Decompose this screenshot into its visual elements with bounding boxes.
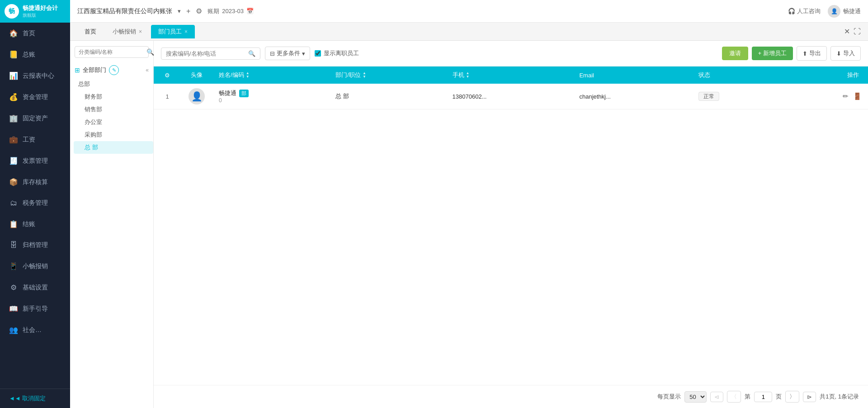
tab-dept-label: 部门员工 (158, 28, 182, 36)
sidebar-item-reports[interactable]: 📊 云报表中心 (0, 65, 70, 86)
dept-headquarters[interactable]: 总 部 (74, 141, 153, 154)
col-phone[interactable]: 手机 ▲▼ (446, 66, 573, 84)
calendar-icon[interactable]: 📅 (246, 8, 254, 14)
dept-edit-button[interactable]: ✎ (109, 65, 119, 75)
export-icon: ⬆ (802, 50, 807, 57)
filter-button[interactable]: ⊟ 更多条件 ▾ (265, 47, 310, 60)
name-sort-icon[interactable]: ▲▼ (246, 71, 250, 79)
user-menu[interactable]: 👤 畅捷通 (828, 5, 861, 18)
company-settings-icon[interactable]: ⚙ (196, 7, 202, 15)
tab-home[interactable]: 首页 (77, 25, 104, 38)
sidebar-item-expense[interactable]: 📱 小畅报销 (0, 256, 70, 277)
table-row: 1 👤 畅捷通 部 0 总 部 (154, 84, 868, 109)
page-number-input[interactable] (754, 392, 772, 402)
company-dropdown-icon[interactable]: ▾ (178, 8, 181, 14)
sidebar-pin-toggle[interactable]: ◄◄ 取消固定 (0, 389, 70, 408)
period-value[interactable]: 2023-03 (222, 8, 244, 14)
phone-sort-icon[interactable]: ▲▼ (466, 71, 470, 79)
export-button[interactable]: ⬆ 导出 (797, 46, 827, 61)
dept-purchase[interactable]: 采购部 (74, 128, 153, 141)
tab-expand-button[interactable]: ⛶ (854, 27, 861, 36)
dept-search-input[interactable] (79, 49, 146, 55)
import-icon: ⬇ (836, 50, 841, 57)
sidebar-item-invoice[interactable]: 🧾 发票管理 (0, 150, 70, 171)
service-button[interactable]: 🎧 人工咨询 (788, 7, 821, 15)
employee-avatar: 👤 (189, 88, 205, 104)
tab-close-all-button[interactable]: ✕ (844, 27, 850, 36)
dept-search-box[interactable]: 🔍 (75, 46, 149, 58)
tab-expense-close[interactable]: × (139, 28, 142, 35)
closing-icon: 📋 (9, 220, 18, 228)
sidebar-item-settings[interactable]: ⚙ 基础设置 (0, 277, 70, 298)
sidebar-item-label: 首页 (23, 29, 35, 38)
add-employee-button[interactable]: + 新增员工 (752, 47, 793, 60)
prev-page-button[interactable]: 〈 (727, 391, 741, 403)
dept-finance[interactable]: 财务部 (74, 90, 153, 103)
sidebar-item-archive[interactable]: 🗄 归档管理 (0, 235, 70, 256)
toolbar-right-actions: 邀请 + 新增员工 ⬆ 导出 ⬇ 导入 (722, 46, 861, 61)
avatar-icon: 👤 (831, 8, 838, 14)
guide-icon: 📖 (9, 304, 18, 313)
sidebar-item-funds[interactable]: 💰 资金管理 (0, 86, 70, 108)
sidebar-item-label: 税务管理 (23, 199, 48, 207)
tab-actions: ✕ ⛶ (844, 27, 861, 36)
settings-gear-icon[interactable]: ⚙ (165, 72, 170, 79)
invite-button[interactable]: 邀请 (722, 47, 748, 60)
avatar: 👤 (828, 5, 840, 18)
sidebar-item-home[interactable]: 🏠 首页 (0, 23, 70, 44)
employee-search-icon[interactable]: 🔍 (248, 50, 255, 57)
edit-action-icon[interactable]: ✏ (843, 92, 849, 100)
salary-icon: 💼 (9, 135, 18, 144)
show-resigned-label: 显示离职员工 (324, 49, 359, 57)
home-icon: 🏠 (9, 29, 18, 38)
sidebar-item-ledger[interactable]: 📒 总账 (0, 44, 70, 65)
per-page-label: 每页显示 (657, 393, 681, 401)
tab-dept-close[interactable]: × (184, 28, 188, 35)
export-label: 导出 (809, 49, 821, 57)
dept-sales[interactable]: 销售部 (74, 103, 153, 116)
assets-icon: 🏢 (9, 114, 18, 123)
tab-dept-employee[interactable]: 部门员工 × (151, 25, 195, 38)
dept-search-icon[interactable]: 🔍 (146, 48, 154, 56)
sidebar-item-label: 云报表中心 (23, 72, 54, 80)
sidebar-item-assets[interactable]: 🏢 固定资产 (0, 108, 70, 129)
tax-icon: 🗂 (9, 199, 18, 207)
tab-expense[interactable]: 小畅报销 × (105, 25, 149, 38)
show-resigned-checkbox-label[interactable]: 显示离职员工 (315, 49, 359, 57)
logo-icon: 畅 (5, 4, 19, 19)
sidebar-item-tax[interactable]: 🗂 税务管理 (0, 193, 70, 213)
employee-search-input[interactable] (166, 50, 245, 57)
sidebar-item-guide[interactable]: 📖 新手引导 (0, 298, 70, 319)
col-dept[interactable]: 部门/职位 ▲▼ (329, 66, 446, 84)
dept-office[interactable]: 办公室 (74, 116, 153, 128)
sidebar-item-social[interactable]: 👥 社会… (0, 319, 70, 341)
invoice-icon: 🧾 (9, 157, 18, 165)
sidebar-item-salary[interactable]: 💼 工资 (0, 129, 70, 150)
show-resigned-checkbox[interactable] (315, 50, 321, 57)
sidebar-item-inventory[interactable]: 📦 库存核算 (0, 171, 70, 193)
exit-action-icon[interactable]: 🚪 (853, 92, 862, 100)
per-page-select[interactable]: 50 (684, 391, 707, 403)
sidebar-item-label: 结账 (23, 220, 35, 228)
row-email: chanjethkj... (573, 84, 692, 109)
last-page-button[interactable]: ⊳ (803, 392, 816, 402)
dept-sort-icon[interactable]: ▲▼ (363, 71, 366, 79)
sidebar-item-label: 小畅报销 (23, 262, 48, 270)
col-email: Email (573, 66, 692, 84)
all-dept-header[interactable]: ⊞ 全部部门 ✎ « (70, 62, 153, 78)
next-page-button[interactable]: 〉 (785, 391, 799, 403)
sidebar-item-closing[interactable]: 📋 结账 (0, 213, 70, 235)
col-settings[interactable]: ⚙ (154, 66, 181, 84)
sidebar-item-label: 资金管理 (23, 93, 48, 101)
col-name[interactable]: 姓名/编码 ▲▼ (212, 66, 329, 84)
add-company-button[interactable]: + (186, 7, 190, 15)
dept-root[interactable]: 总部 (74, 78, 153, 90)
dept-collapse-icon[interactable]: « (146, 67, 149, 73)
filter-chevron-icon: ▾ (302, 50, 305, 57)
employee-table-wrap: ⚙ 头像 姓名/编码 ▲▼ 部门/职位 (154, 66, 868, 385)
employee-search-box[interactable]: 🔍 (161, 47, 260, 60)
col-dept-label: 部门/职位 (335, 71, 361, 79)
first-page-button[interactable]: ⊲ (710, 392, 723, 402)
row-avatar: 👤 (181, 84, 212, 109)
import-button[interactable]: ⬇ 导入 (830, 46, 861, 61)
